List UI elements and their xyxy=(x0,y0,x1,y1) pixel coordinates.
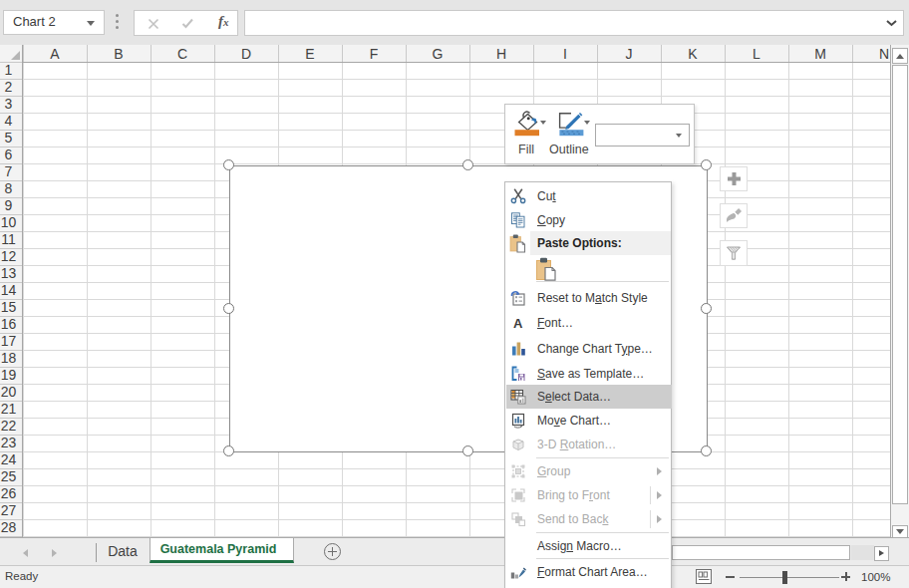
svg-text:A: A xyxy=(513,316,523,331)
